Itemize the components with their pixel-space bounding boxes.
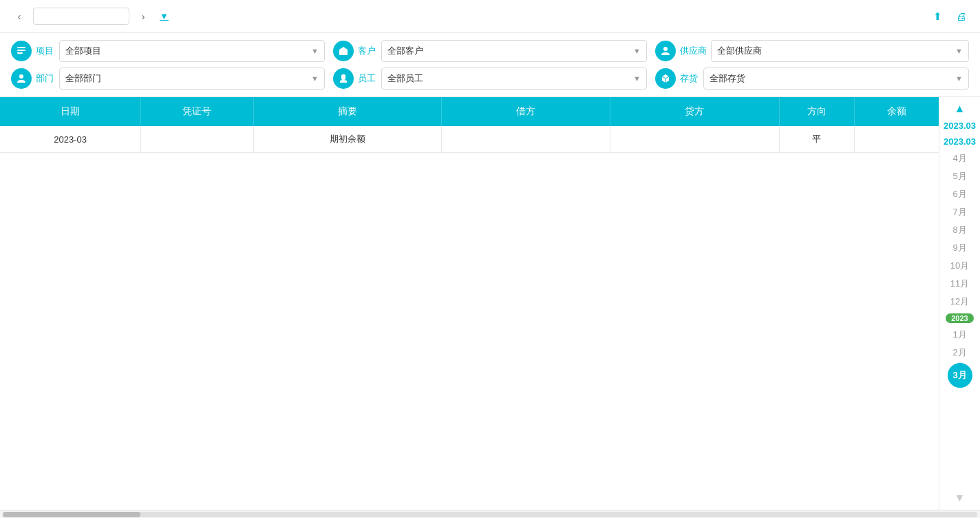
cell-summary: 期初余额 xyxy=(253,126,441,153)
col-credit: 贷方 xyxy=(610,97,780,126)
project-select[interactable]: 全部项目 ▼ xyxy=(59,40,325,62)
customer-value: 全部客户 xyxy=(387,45,423,57)
customer-icon xyxy=(333,41,354,61)
timeline-item-11[interactable]: 2023 xyxy=(939,311,980,326)
inventory-arrow-icon: ▼ xyxy=(955,74,963,83)
filter-project: 项目 全部项目 ▼ xyxy=(11,40,325,62)
title-bar: ‹ › ▼ ⬆ 🖨 xyxy=(0,0,980,33)
project-label: 项目 xyxy=(36,45,55,57)
col-date: 日期 xyxy=(0,97,141,126)
department-icon xyxy=(11,68,32,89)
customer-arrow-icon: ▼ xyxy=(633,47,641,55)
cell-direction: 平 xyxy=(779,126,854,153)
timeline-scroll-up-btn[interactable]: ▲ xyxy=(939,100,980,118)
filter-employee: 员工 全部员工 ▼ xyxy=(333,68,647,90)
supplier-value: 全部供应商 xyxy=(717,45,762,57)
supplier-select[interactable]: 全部供应商 ▼ xyxy=(711,40,969,62)
show-sub-btn[interactable]: ▼ xyxy=(157,11,169,21)
filter-row-1: 项目 全部项目 ▼ 客户 全部客户 ▼ xyxy=(11,40,969,62)
timeline-item-3[interactable]: 5月 xyxy=(939,167,980,185)
svg-rect-2 xyxy=(17,52,23,54)
supplier-label: 供应商 xyxy=(680,45,707,57)
timeline-item-9[interactable]: 11月 xyxy=(939,275,980,293)
horizontal-scrollbar[interactable] xyxy=(0,510,980,518)
prev-account-btn[interactable]: ‹ xyxy=(11,8,28,25)
col-summary: 摘要 xyxy=(253,97,441,126)
next-account-btn[interactable]: › xyxy=(135,8,151,25)
customer-label: 客户 xyxy=(358,45,377,57)
inventory-value: 全部存货 xyxy=(710,72,745,85)
filter-department: 部门 全部部门 ▼ xyxy=(11,68,325,90)
department-arrow-icon: ▼ xyxy=(311,74,319,83)
project-arrow-icon: ▼ xyxy=(311,47,319,55)
filter-inventory: 存货 全部存货 ▼ xyxy=(655,68,969,90)
account-code-box xyxy=(33,8,129,25)
filter-supplier: 供应商 全部供应商 ▼ xyxy=(655,40,969,62)
timeline-item-1[interactable]: 2023.03 xyxy=(939,134,980,149)
department-label: 部门 xyxy=(36,72,55,85)
table-area: 日期 凭证号 摘要 借方 贷方 方向 余额 2023-03期初余额平 xyxy=(0,97,939,510)
employee-icon xyxy=(333,68,354,89)
supplier-icon xyxy=(655,41,676,61)
timeline-item-0[interactable]: 2023.03 xyxy=(939,118,980,134)
close-btn[interactable] xyxy=(952,7,972,26)
inventory-select[interactable]: 全部存货 ▼ xyxy=(703,68,969,90)
svg-point-4 xyxy=(19,74,23,79)
timeline-item-12[interactable]: 1月 xyxy=(939,326,980,344)
employee-arrow-icon: ▼ xyxy=(633,74,641,83)
department-select[interactable]: 全部部门 ▼ xyxy=(59,68,325,90)
main-window: ‹ › ▼ ⬆ 🖨 xyxy=(0,0,980,518)
timeline-item-14[interactable]: 3月 xyxy=(948,363,972,388)
timeline-item-2[interactable]: 4月 xyxy=(939,149,980,167)
employee-select[interactable]: 全部员工 ▼ xyxy=(381,68,647,90)
table-header-row: 日期 凭证号 摘要 借方 贷方 方向 余额 xyxy=(0,97,939,126)
project-icon xyxy=(11,41,32,61)
filter-bar: 项目 全部项目 ▼ 客户 全部客户 ▼ xyxy=(0,33,980,97)
supplier-arrow-icon: ▼ xyxy=(955,47,963,55)
department-value: 全部部门 xyxy=(65,72,101,85)
employee-label: 员工 xyxy=(358,72,377,85)
filter-customer: 客户 全部客户 ▼ xyxy=(333,40,647,62)
project-value: 全部项目 xyxy=(65,45,101,57)
download-icon: ⬆ xyxy=(933,10,942,23)
filter-row-2: 部门 全部部门 ▼ 员工 全部员工 ▼ xyxy=(11,68,969,90)
col-debit: 借方 xyxy=(441,97,610,126)
table-body: 2023-03期初余额平 xyxy=(0,126,939,153)
timeline-items-container: 2023.032023.034月5月6月7月8月9月10月11月12月20231… xyxy=(939,118,980,489)
inventory-label: 存货 xyxy=(680,72,699,85)
timeline-item-5[interactable]: 7月 xyxy=(939,203,980,221)
scrollbar-track xyxy=(3,512,977,517)
timeline-item-8[interactable]: 10月 xyxy=(939,257,980,275)
cell-debit xyxy=(441,126,610,153)
svg-rect-0 xyxy=(17,47,25,48)
timeline-item-4[interactable]: 6月 xyxy=(939,185,980,203)
timeline-item-13[interactable]: 2月 xyxy=(939,344,980,362)
timeline-item-10[interactable]: 12月 xyxy=(939,293,980,311)
table-row[interactable]: 2023-03期初余额平 xyxy=(0,126,939,153)
cell-voucher xyxy=(141,126,254,153)
timeline-item-6[interactable]: 8月 xyxy=(939,221,980,239)
employee-value: 全部员工 xyxy=(387,72,423,85)
svg-point-3 xyxy=(663,47,668,51)
cell-balance xyxy=(854,126,939,153)
col-balance: 余额 xyxy=(854,97,939,126)
ledger-table: 日期 凭证号 摘要 借方 贷方 方向 余额 2023-03期初余额平 xyxy=(0,97,939,153)
col-voucher: 凭证号 xyxy=(141,97,254,126)
timeline-item-7[interactable]: 9月 xyxy=(939,239,980,257)
timeline-scroll-down-btn[interactable]: ▼ xyxy=(939,489,980,507)
download-btn[interactable]: ⬆ xyxy=(933,10,945,23)
timeline-sidebar: ▲ 2023.032023.034月5月6月7月8月9月10月11月12月202… xyxy=(939,97,980,510)
svg-rect-1 xyxy=(17,50,25,51)
main-content: 日期 凭证号 摘要 借方 贷方 方向 余额 2023-03期初余额平 ▲ xyxy=(0,97,980,510)
inventory-icon xyxy=(655,68,676,89)
svg-rect-5 xyxy=(341,74,345,80)
cell-credit xyxy=(610,126,780,153)
col-direction: 方向 xyxy=(779,97,854,126)
scrollbar-thumb[interactable] xyxy=(3,512,140,517)
cell-date: 2023-03 xyxy=(0,126,141,153)
customer-select[interactable]: 全部客户 ▼ xyxy=(381,40,647,62)
show-sub-arrow-icon: ▼ xyxy=(160,11,169,21)
